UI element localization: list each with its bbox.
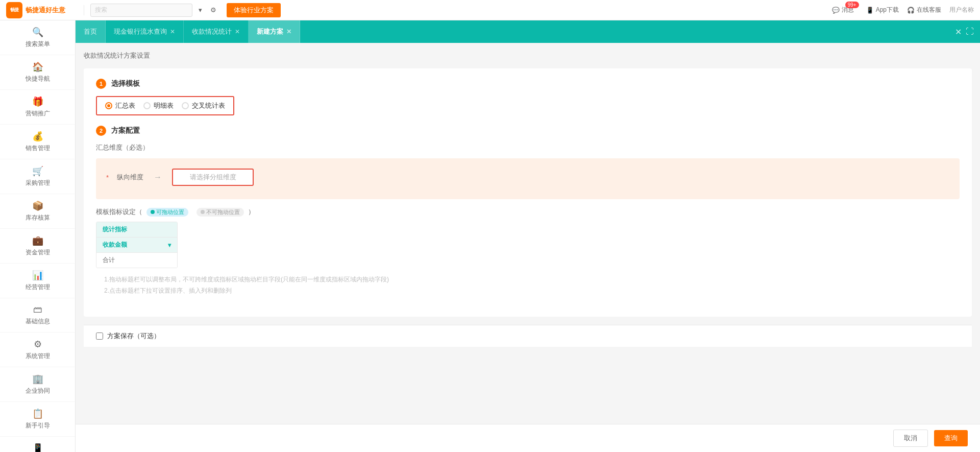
indicator-table: 统计指标 收款金额 ▾ 合计 — [96, 222, 178, 268]
trial-button[interactable]: 体验行业方案 — [227, 3, 281, 17]
radio-detail[interactable]: 明细表 — [143, 101, 174, 110]
indicator-table-area: 统计指标 收款金额 ▾ 合计 — [96, 222, 960, 268]
tips-section: 1.拖动标题栏可以调整布局，不可跨维度或指标区域拖动栏目字段(只能在同一维度或指… — [96, 268, 960, 296]
step1-number: 1 — [96, 79, 106, 89]
sidebar-label-guide: 新手引导 — [26, 421, 50, 430]
tab-receipt-stats-close[interactable]: ✕ — [235, 28, 240, 35]
movable-label: 可拖动位置 — [156, 208, 184, 216]
tip1: 1.拖动标题栏可以调整布局，不可跨维度或指标区域拖动栏目字段(只能在同一维度或指… — [104, 274, 951, 286]
user-name[interactable]: 用户名称 — [949, 6, 974, 14]
save-checkbox[interactable] — [96, 332, 103, 340]
sales-icon: 💰 — [32, 131, 43, 142]
radio-crosstab-btn[interactable] — [182, 102, 189, 109]
save-label: 方案保存（可选） — [107, 331, 160, 341]
tab-close-window-icon[interactable]: ✕ — [955, 27, 962, 37]
message-icon: 💬 — [832, 7, 840, 14]
finance-icon: 💼 — [32, 235, 43, 246]
guide-icon: 📋 — [32, 408, 43, 419]
indicator-table-header: 统计指标 — [96, 222, 177, 237]
tab-new-plan[interactable]: 新建方案 ✕ — [249, 20, 300, 43]
indicator-dropdown-icon: ▾ — [168, 242, 171, 249]
search-icon: 🔍 — [32, 27, 43, 38]
query-button[interactable]: 查询 — [934, 430, 968, 446]
operations-icon: 📊 — [32, 270, 43, 281]
sidebar-item-hardware[interactable]: 📱 智能硬件 — [0, 437, 75, 452]
logo-area: 畅捷 畅捷通好生意 — [6, 2, 78, 18]
indicator-subtotal-row: 合计 — [96, 253, 177, 268]
sidebar-item-finance[interactable]: 💼 资金管理 — [0, 229, 75, 264]
sidebar-label-purchase: 采购管理 — [26, 179, 50, 187]
subtotal-label: 合计 — [103, 256, 115, 264]
settings-icon[interactable]: ⚙ — [208, 6, 218, 14]
step2-section: 2 方案配置 汇总维度（必选） * 纵向维度 → 请选择分组维 — [96, 126, 960, 296]
immovable-badge: 不可拖动位置 — [197, 208, 244, 217]
page-content: 收款情况统计方案设置 1 选择模板 汇总表 — [76, 43, 980, 424]
sidebar-item-inventory[interactable]: 📦 库存核算 — [0, 194, 75, 229]
tip2: 2.点击标题栏下拉可设置排序、插入列和删除列 — [104, 286, 951, 297]
tab-home[interactable]: 首页 — [76, 20, 106, 43]
sidebar-label-finance: 资金管理 — [26, 248, 50, 257]
service-area[interactable]: 🎧 在线客服 — [907, 6, 941, 14]
sidebar-item-purchase[interactable]: 🛒 采购管理 — [0, 159, 75, 194]
base-info-icon: 🗃 — [33, 304, 42, 315]
radio-summary[interactable]: 汇总表 — [105, 101, 135, 110]
logo-icon-text: 畅捷 — [10, 7, 18, 13]
sidebar-item-system[interactable]: ⚙ 系统管理 — [0, 332, 75, 367]
tab-receipt-stats[interactable]: 收款情况统计 ✕ — [184, 20, 249, 43]
required-star: * — [106, 174, 109, 181]
sidebar-label-sales: 销售管理 — [26, 144, 50, 153]
sidebar-label-marketing: 营销推广 — [26, 109, 50, 118]
collab-icon: 🏢 — [32, 373, 43, 385]
message-badge: 99+ — [845, 2, 859, 8]
tab-bank-flow[interactable]: 现金银行流水查询 ✕ — [106, 20, 184, 43]
sidebar-item-quick-nav[interactable]: 🏠 快捷导航 — [0, 55, 75, 90]
inventory-icon: 📦 — [32, 200, 43, 211]
indicator-column-header[interactable]: 收款金额 ▾ — [96, 237, 177, 253]
tab-maximize-icon[interactable]: ⛶ — [966, 27, 974, 36]
radio-detail-label: 明细表 — [154, 101, 174, 110]
dimension-selector[interactable]: 请选择分组维度 — [172, 169, 254, 186]
radio-detail-btn[interactable] — [143, 102, 151, 109]
sidebar-item-operations[interactable]: 📊 经营管理 — [0, 264, 75, 298]
top-bar-right: 💬 消息 99+ 📱 App下载 🎧 在线客服 用户名称 — [832, 6, 974, 14]
tab-bank-flow-close[interactable]: ✕ — [170, 28, 175, 35]
dimension-config: 汇总维度（必选） * 纵向维度 → 请选择分组维度 — [96, 143, 960, 199]
sidebar-item-search[interactable]: 🔍 搜索菜单 — [0, 20, 75, 55]
main-section-card: 1 选择模板 汇总表 明细表 — [84, 68, 972, 317]
column-header-label: 收款金额 — [103, 241, 127, 249]
page-title: 收款情况统计方案设置 — [84, 51, 972, 60]
search-bar[interactable]: 搜索 — [90, 4, 192, 17]
tab-bar-actions: ✕ ⛶ — [955, 27, 980, 37]
statistics-header-label: 统计指标 — [103, 225, 127, 234]
tab-new-plan-close[interactable]: ✕ — [286, 28, 291, 35]
bottom-action-bar: 取消 查询 — [76, 424, 980, 452]
dimension-row: * 纵向维度 → 请选择分组维度 — [106, 169, 949, 186]
sidebar-item-sales[interactable]: 💰 销售管理 — [0, 125, 75, 159]
immovable-label: 不可拖动位置 — [206, 208, 240, 216]
dropdown-icon[interactable]: ▾ — [197, 6, 204, 14]
step2-number: 2 — [96, 126, 106, 136]
main-layout: 🔍 搜索菜单 🏠 快捷导航 🎁 营销推广 💰 销售管理 🛒 采购管理 📦 库存核… — [0, 20, 980, 452]
dimension-arrow: → — [154, 173, 162, 182]
content-area: 首页 现金银行流水查询 ✕ 收款情况统计 ✕ 新建方案 ✕ ✕ ⛶ 收款情况统计… — [76, 20, 980, 452]
download-area[interactable]: 📱 App下载 — [866, 6, 899, 14]
dimension-placeholder: 请选择分组维度 — [190, 173, 236, 182]
sidebar-item-collab[interactable]: 🏢 企业协同 — [0, 367, 75, 402]
tab-home-label: 首页 — [84, 27, 97, 36]
radio-crosstab[interactable]: 交叉统计表 — [182, 101, 225, 110]
indicator-settings-label: 模板指标设定（ 可拖动位置 不可拖动位置 ） — [96, 207, 960, 217]
download-icon: 📱 — [866, 7, 874, 14]
sidebar-item-base-info[interactable]: 🗃 基础信息 — [0, 298, 75, 332]
indicator-suffix: ） — [248, 207, 255, 217]
message-icon-area[interactable]: 💬 消息 99+ — [832, 6, 854, 14]
tab-new-plan-label: 新建方案 — [257, 27, 283, 36]
immovable-dot — [201, 210, 205, 214]
sidebar-item-marketing[interactable]: 🎁 营销推广 — [0, 90, 75, 125]
sidebar-label-inventory: 库存核算 — [26, 213, 50, 222]
cancel-button[interactable]: 取消 — [893, 430, 928, 447]
purchase-icon: 🛒 — [32, 165, 43, 177]
radio-summary-btn[interactable] — [105, 102, 112, 109]
marketing-icon: 🎁 — [32, 96, 43, 107]
dimension-area: * 纵向维度 → 请选择分组维度 — [96, 158, 960, 199]
sidebar-item-guide[interactable]: 📋 新手引导 — [0, 402, 75, 437]
